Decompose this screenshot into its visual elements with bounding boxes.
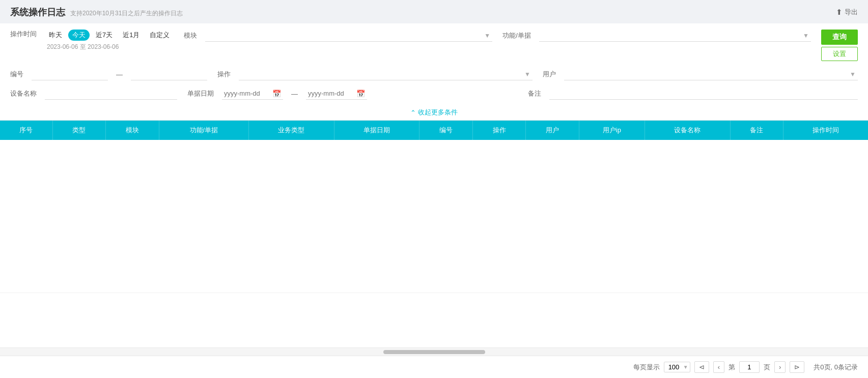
table-header: 序号 类型 模块 功能/单据 业务类型 单据日期 编号 操作 用户 用户ip 设… xyxy=(0,121,868,140)
collapse-icon: ⌃ xyxy=(410,109,416,117)
per-page-label: 每页显示 xyxy=(633,363,660,372)
row3-filters: 设备名称 单据日期 📅 — 📅 备注 xyxy=(0,84,868,105)
per-page-wrap: 100 50 200 ▼ xyxy=(664,362,690,372)
collapse-bar: ⌃ 收起更多条件 xyxy=(0,105,868,121)
col-user: 用户 xyxy=(526,121,579,140)
col-module: 模块 xyxy=(106,121,159,140)
col-remark: 备注 xyxy=(730,121,783,140)
module-filter-group: 模块 ▼ xyxy=(184,30,492,42)
serial-input-start[interactable] xyxy=(32,68,108,80)
function-filter-group: 功能/单据 ▼ xyxy=(502,30,811,42)
doc-date-start-wrap: 📅 xyxy=(222,88,283,100)
export-label: 导出 xyxy=(845,8,858,17)
time-filter-group: 操作时间 昨天 今天 近7天 近1月 自定义 2023-06-06 至 2023… xyxy=(10,30,174,51)
collapse-button[interactable]: ⌃ 收起更多条件 xyxy=(410,108,458,117)
operation-time-label: 操作时间 xyxy=(10,30,37,39)
remark-input[interactable] xyxy=(549,88,858,100)
page-subtitle: 支持2020年10月31日之后产生的操作日志 xyxy=(70,9,183,18)
header-row: 序号 类型 模块 功能/单据 业务类型 单据日期 编号 操作 用户 用户ip 设… xyxy=(0,121,868,140)
page-header: 系统操作日志 支持2020年10月31日之后产生的操作日志 ⬆ 导出 xyxy=(0,0,868,23)
table-container[interactable]: 序号 类型 模块 功能/单据 业务类型 单据日期 编号 操作 用户 用户ip 设… xyxy=(0,121,868,347)
col-function: 功能/单据 xyxy=(159,121,248,140)
first-page-button[interactable]: ⊲ xyxy=(694,361,709,373)
export-button[interactable]: ⬆ 导出 xyxy=(836,8,858,17)
pagination-bar: 每页显示 100 50 200 ▼ ⊲ ‹ 第 页 › ⊳ 共0页, 0条记录 xyxy=(0,356,868,378)
time-btn-7days[interactable]: 近7天 xyxy=(92,30,117,41)
page-label-pre: 第 xyxy=(729,363,735,372)
doc-date-end-wrap: 📅 xyxy=(306,88,367,100)
col-doc-date: 单据日期 xyxy=(334,121,419,140)
module-label: 模块 xyxy=(184,31,197,40)
module-select[interactable] xyxy=(205,30,492,42)
serial-input-end[interactable] xyxy=(131,68,207,80)
time-buttons: 昨天 今天 近7天 近1月 自定义 xyxy=(45,30,174,41)
empty-cell xyxy=(0,140,868,293)
row2-filters: 编号 — 操作 ▼ 用户 xyxy=(0,65,868,84)
page-label-post: 页 xyxy=(764,363,770,372)
user-label: 用户 xyxy=(543,70,556,79)
col-type: 类型 xyxy=(52,121,105,140)
user-filter-group: 用户 ▼ xyxy=(543,68,858,80)
time-btn-yesterday[interactable]: 昨天 xyxy=(45,30,66,41)
collapse-label: 收起更多条件 xyxy=(418,108,458,117)
device-filter-group: 设备名称 xyxy=(10,88,177,100)
col-device: 设备名称 xyxy=(645,121,730,140)
per-page-select[interactable]: 100 50 200 xyxy=(664,362,690,372)
operation-select-wrap: ▼ xyxy=(239,68,533,80)
date-picker-start-icon[interactable]: 📅 xyxy=(272,90,281,98)
serial-filter-group: 编号 — xyxy=(10,68,207,80)
user-select[interactable] xyxy=(564,68,858,80)
settings-button[interactable]: 设置 xyxy=(821,47,858,61)
scroll-bar-area[interactable] xyxy=(0,347,868,356)
module-select-wrap: ▼ xyxy=(205,30,492,42)
doc-date-dash: — xyxy=(291,90,298,98)
time-btn-custom[interactable]: 自定义 xyxy=(146,30,174,41)
time-group: 昨天 今天 近7天 近1月 自定义 2023-06-06 至 2023-06-0… xyxy=(45,30,174,51)
function-select-wrap: ▼ xyxy=(539,30,811,42)
doc-date-label: 单据日期 xyxy=(187,89,214,98)
next-page-button[interactable]: › xyxy=(774,361,786,373)
table-body xyxy=(0,140,868,293)
action-buttons: 查询 设置 xyxy=(821,30,858,61)
device-input[interactable] xyxy=(45,88,177,100)
header-left: 系统操作日志 支持2020年10月31日之后产生的操作日志 xyxy=(10,6,183,18)
time-date-range: 2023-06-06 至 2023-06-06 xyxy=(47,43,174,51)
operation-label: 操作 xyxy=(217,70,231,79)
page-number-input[interactable] xyxy=(739,361,760,373)
page-total: 共0页, 0条记录 xyxy=(814,363,858,372)
col-biz-type: 业务类型 xyxy=(249,121,334,140)
col-user-ip: 用户ip xyxy=(579,121,645,140)
prev-page-button[interactable]: ‹ xyxy=(713,361,724,373)
function-label: 功能/单据 xyxy=(502,31,531,40)
remark-label: 备注 xyxy=(528,89,541,98)
query-button[interactable]: 查询 xyxy=(821,30,858,45)
operation-filter-group: 操作 ▼ xyxy=(217,68,533,80)
date-picker-end-icon[interactable]: 📅 xyxy=(356,90,365,98)
time-btn-1month[interactable]: 近1月 xyxy=(119,30,144,41)
col-op-time: 操作时间 xyxy=(783,121,868,140)
col-serial: 序号 xyxy=(0,121,52,140)
export-icon: ⬆ xyxy=(836,8,843,17)
function-select[interactable] xyxy=(539,30,811,42)
time-btn-today[interactable]: 今天 xyxy=(68,30,90,41)
serial-dash: — xyxy=(116,71,123,78)
filter-section: 操作时间 昨天 今天 近7天 近1月 自定义 2023-06-06 至 2023… xyxy=(0,23,868,121)
col-operation: 操作 xyxy=(472,121,525,140)
device-label: 设备名称 xyxy=(10,89,37,98)
last-page-button[interactable]: ⊳ xyxy=(790,361,804,373)
page-title: 系统操作日志 xyxy=(10,6,65,18)
page-container: 系统操作日志 支持2020年10月31日之后产生的操作日志 ⬆ 导出 操作时间 … xyxy=(0,0,868,378)
doc-date-filter-group: 单据日期 📅 — 📅 xyxy=(187,88,518,100)
data-table: 序号 类型 模块 功能/单据 业务类型 单据日期 编号 操作 用户 用户ip 设… xyxy=(0,121,868,293)
col-number: 编号 xyxy=(419,121,472,140)
empty-row xyxy=(0,140,868,293)
user-select-wrap: ▼ xyxy=(564,68,858,80)
operation-select[interactable] xyxy=(239,68,533,80)
serial-label: 编号 xyxy=(10,70,23,79)
remark-filter-group: 备注 xyxy=(528,88,858,100)
scroll-thumb[interactable] xyxy=(383,350,485,354)
